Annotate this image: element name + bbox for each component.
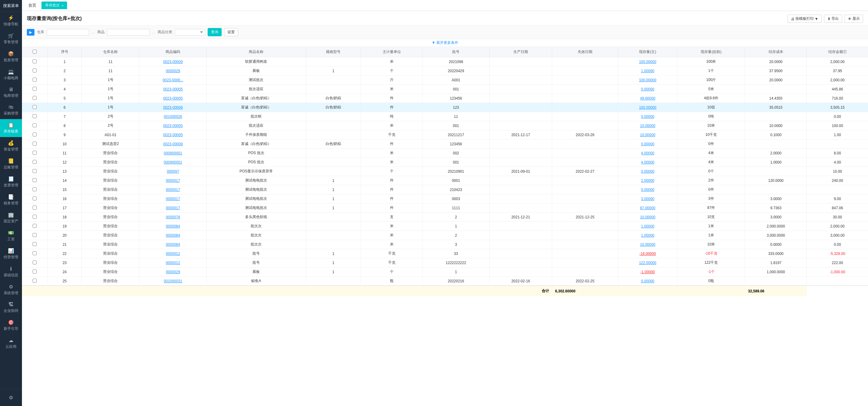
row-checkbox[interactable] [33, 59, 37, 63]
table-cell[interactable]: 4.00000 [618, 158, 677, 167]
row-checkbox[interactable] [33, 133, 37, 136]
table-cell[interactable]: 0.00000 [618, 85, 677, 94]
row-checkbox[interactable] [33, 233, 37, 237]
sidebar-item-tax[interactable]: 📑 税务管理 [0, 191, 22, 209]
table-cell[interactable]: -16.00000 [618, 249, 677, 258]
table-container[interactable]: 序号 仓库名称 商品编码 商品名称 规格型号 主计量单位 批号 生产日期 失效日… [22, 47, 868, 406]
export-btn[interactable]: ⬆ 导出 [824, 14, 842, 23]
table-cell[interactable]: 10.00000 [618, 212, 677, 222]
tab-home[interactable]: 首页 [24, 1, 40, 10]
sidebar-item-system[interactable]: ⚙ 系统管理 [0, 281, 22, 299]
row-checkbox[interactable] [33, 270, 37, 273]
table-cell[interactable]: 0023-00009 [139, 57, 207, 66]
table-cell[interactable]: 0000017 [139, 194, 207, 203]
sidebar-item-quick-nav[interactable]: ⚡ 快捷导航 [0, 12, 22, 30]
settings-link-btn[interactable]: 设置 [224, 28, 238, 36]
table-cell[interactable]: 10.00000 [618, 121, 677, 130]
table-cell[interactable]: 1.00000 [618, 222, 677, 231]
table-cell[interactable]: 0023-00005 [139, 94, 207, 103]
sidebar-item-newbie[interactable]: 🎯 新手引导 [0, 316, 22, 334]
table-cell[interactable]: 0.00000 [618, 139, 677, 149]
table-cell[interactable]: 0.00000 [618, 112, 677, 121]
row-checkbox[interactable] [33, 160, 37, 164]
row-checkbox[interactable] [33, 69, 37, 72]
sidebar-item-ecom[interactable]: 🖥 电商管理 [0, 84, 22, 101]
table-cell[interactable]: 0000084 [139, 240, 207, 249]
table-cell[interactable]: 0.00000 [618, 185, 677, 194]
table-cell[interactable]: 000900001 [139, 149, 207, 158]
sidebar-item-finance[interactable]: 💰 资金管理 [0, 137, 22, 155]
product-input[interactable] [107, 29, 150, 36]
row-checkbox[interactable] [33, 242, 37, 246]
table-cell[interactable]: -1.00000 [618, 267, 677, 276]
row-checkbox[interactable] [33, 251, 37, 255]
sidebar-item-basic-info[interactable]: ℹ 基础信息 [0, 263, 22, 281]
sidebar-item-wholesale[interactable]: 📦 批发管理 [0, 48, 22, 66]
row-checkbox[interactable] [33, 169, 37, 173]
table-cell[interactable]: 0000017 [139, 203, 207, 212]
row-checkbox[interactable] [33, 197, 37, 200]
expand-conditions-btn[interactable]: ▼ 展开更多条件 [432, 40, 458, 45]
table-cell[interactable]: 0000017 [139, 176, 207, 185]
table-cell[interactable]: 100.00000 [618, 75, 677, 85]
sidebar-item-payroll[interactable]: 💵 工资 [0, 227, 22, 245]
row-checkbox[interactable] [33, 142, 37, 145]
table-cell[interactable]: 000097 [139, 167, 207, 176]
tab-inventory-batch[interactable]: 库存批次 × [41, 2, 67, 9]
row-checkbox[interactable] [33, 78, 37, 81]
tab-close-btn[interactable]: × [62, 4, 63, 7]
table-cell[interactable]: 0000084 [139, 222, 207, 231]
table-cell[interactable]: 0023-0000... [139, 75, 207, 85]
row-checkbox[interactable] [33, 187, 37, 191]
row-checkbox[interactable] [33, 178, 37, 182]
table-cell[interactable]: 2.00000 [618, 176, 677, 185]
table-cell[interactable]: 100.00000 [618, 57, 677, 66]
sidebar-item-invoice[interactable]: 🧾 发票管理 [0, 173, 22, 191]
table-cell[interactable]: 0023-00008 [139, 139, 207, 149]
show-hide-btn[interactable]: 👁 显示 [844, 14, 863, 23]
dots1[interactable]: ... [92, 30, 95, 34]
row-checkbox[interactable] [33, 261, 37, 264]
table-cell[interactable]: 001000031 [139, 276, 207, 286]
row-checkbox[interactable] [33, 206, 37, 209]
query-btn[interactable]: 查询 [208, 28, 222, 36]
table-cell[interactable]: 10.00000 [618, 130, 677, 139]
row-checkbox[interactable] [33, 105, 37, 109]
row-checkbox[interactable] [33, 123, 37, 127]
sidebar-logo[interactable]: 搜索菜单 [0, 0, 22, 12]
table-cell[interactable]: 1.00000 [618, 231, 677, 240]
row-checkbox[interactable] [33, 151, 37, 155]
sidebar-item-general[interactable]: 📒 总账管理 [0, 155, 22, 173]
sidebar-item-inventory[interactable]: 📋 库存核查 [0, 119, 22, 137]
table-cell[interactable]: 0000029 [139, 66, 207, 75]
sidebar-item-operation[interactable]: 📊 经营管理 [0, 245, 22, 263]
warehouse-input[interactable] [46, 29, 89, 36]
dots2[interactable]: ... [152, 30, 155, 34]
table-cell[interactable]: 122.00000 [618, 258, 677, 267]
table-cell[interactable]: 001000026 [139, 112, 207, 121]
select-all-checkbox[interactable] [33, 49, 37, 54]
print-btn[interactable]: 🖨 按模板打印 ▼ [787, 14, 822, 23]
row-checkbox[interactable] [33, 224, 37, 228]
table-cell[interactable]: 0000017 [139, 185, 207, 194]
sidebar-item-enterprise[interactable]: 🏗 企业协同 [0, 299, 22, 316]
table-cell[interactable]: 0023-00005 [139, 121, 207, 130]
table-cell[interactable]: 0000012 [139, 258, 207, 267]
sidebar-item-retail[interactable]: 🛒 零售管理 [0, 30, 22, 48]
table-cell[interactable]: 000900001 [139, 158, 207, 167]
category-select[interactable] [175, 29, 205, 36]
sidebar-settings[interactable]: ⚙ [0, 392, 22, 404]
table-cell[interactable]: 100.00000 [618, 103, 677, 112]
table-cell[interactable]: 0000012 [139, 249, 207, 258]
row-checkbox[interactable] [33, 96, 37, 100]
table-cell[interactable]: 49.60000 [618, 94, 677, 103]
row-checkbox[interactable] [33, 87, 37, 91]
table-cell[interactable]: 0023-00005 [139, 85, 207, 94]
table-cell[interactable]: 0000078 [139, 212, 207, 222]
col-checkbox[interactable] [22, 47, 48, 57]
table-cell[interactable]: 87.00000 [618, 203, 677, 212]
table-cell[interactable]: 0000029 [139, 267, 207, 276]
table-cell[interactable]: 3.00000 [618, 194, 677, 203]
table-cell[interactable]: 0.00000 [618, 276, 677, 286]
row-checkbox[interactable] [33, 279, 37, 283]
